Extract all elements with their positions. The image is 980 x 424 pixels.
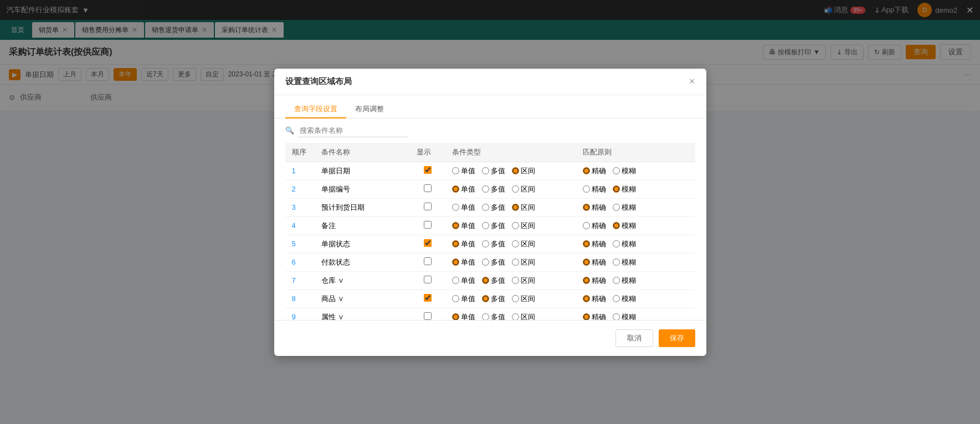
dialog-overlay: 设置查询区域布局 × 查询字段设置 布局调整 🔍 顺序 条件名称 显示 条件类型	[0, 0, 980, 111]
dialog-tabs: 查询字段设置 布局调整	[274, 95, 706, 111]
dialog-tab-layout[interactable]: 布局调整	[346, 101, 393, 111]
dialog-close-button[interactable]: ×	[689, 76, 695, 86]
dialog-tab-fields[interactable]: 查询字段设置	[285, 101, 346, 111]
settings-dialog: 设置查询区域布局 × 查询字段设置 布局调整 🔍 顺序 条件名称 显示 条件类型	[274, 69, 706, 111]
dialog-header: 设置查询区域布局 ×	[274, 69, 706, 95]
dialog-title: 设置查询区域布局	[285, 76, 352, 87]
